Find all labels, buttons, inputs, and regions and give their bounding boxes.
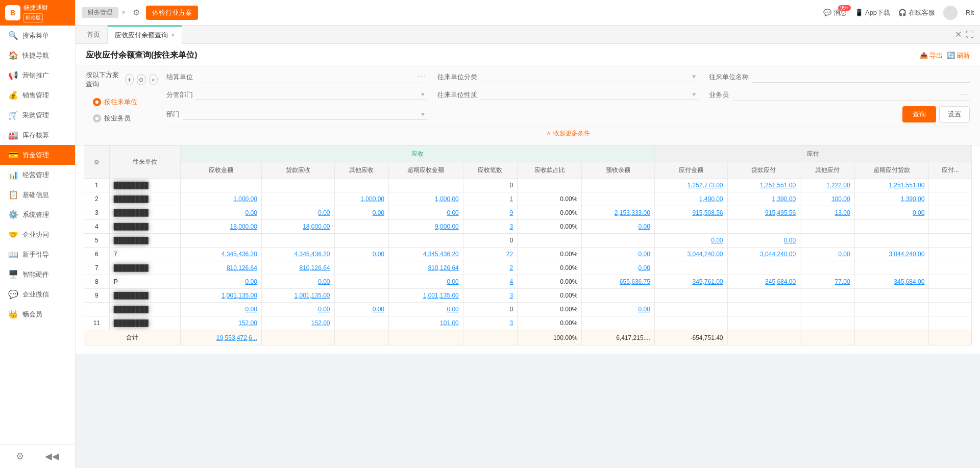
promo-button[interactable]: 体验行业方案 <box>146 6 198 20</box>
row-ar-ratio[interactable]: 0.00% <box>518 316 582 330</box>
tab-close-icon[interactable]: × <box>171 32 175 39</box>
row-overdue-ap[interactable]: 1,390.00 <box>854 192 929 206</box>
salesman-input[interactable]: ··· <box>732 88 970 101</box>
row-overdue-ar[interactable]: 1,000.00 <box>389 192 463 206</box>
row-ar-ratio[interactable]: 0.00% <box>518 192 582 206</box>
row-other-ar[interactable]: 1,000.00 <box>334 192 388 206</box>
sidebar-item-hardware[interactable]: 🖥️ 智能硬件 <box>0 264 75 284</box>
gear-button[interactable]: ⚙ <box>131 6 142 19</box>
row-prepay-balance[interactable]: 0.00 <box>582 261 655 275</box>
row-overdue-ap[interactable]: 0.00 <box>854 206 929 220</box>
filter-more-button[interactable]: « <box>149 74 158 85</box>
row-ar-count[interactable]: 3 <box>463 220 517 234</box>
tab-expand-icon[interactable]: ⛶ <box>966 30 974 39</box>
settlement-unit-input[interactable]: ··· <box>196 70 427 83</box>
settings-button[interactable]: 设置 <box>939 106 970 122</box>
partner-nature-select[interactable]: ▼ <box>480 89 698 100</box>
sidebar-item-quicknav[interactable]: 🏠 快捷导航 <box>0 45 75 65</box>
query-button[interactable]: 查询 <box>902 106 936 122</box>
row-ap-amount[interactable]: 1,252,773.00 <box>654 179 727 192</box>
service-button[interactable]: 🎧 在线客服 <box>898 8 935 17</box>
row-ar-count[interactable]: 0 <box>463 234 517 248</box>
row-overdue-ar[interactable]: 0.00 <box>389 275 463 289</box>
row-ar-count[interactable]: 0 <box>463 179 517 192</box>
sidebar-item-inventory[interactable]: 🏭 库存核算 <box>0 125 75 145</box>
row-ar-amount[interactable]: 4,345,436.20 <box>180 248 261 261</box>
row-overdue-ar[interactable]: 1,001,135.00 <box>389 289 463 303</box>
row-loan-ar[interactable]: 1,001,135.00 <box>261 289 334 303</box>
sidebar-item-marketing[interactable]: 📢 营销推广 <box>0 65 75 85</box>
row-ar-ratio[interactable]: 0.00% <box>518 275 582 289</box>
tab-query[interactable]: 应收应付余额查询 × <box>108 26 182 44</box>
row-loan-ap[interactable]: 1,390.00 <box>727 192 800 206</box>
row-ar-count[interactable]: 0 <box>463 303 517 316</box>
row-ar-amount[interactable]: 0.00 <box>180 303 261 316</box>
row-overdue-ar[interactable]: 0.00 <box>389 303 463 316</box>
row-ap-amount[interactable]: 0.00 <box>654 234 727 248</box>
row-ar-count[interactable]: 3 <box>463 316 517 330</box>
sidebar-item-operation[interactable]: 📊 经营管理 <box>0 165 75 185</box>
row-ar-amount[interactable]: 1,001,135.00 <box>180 289 261 303</box>
filter-settings-button[interactable]: ⊙ <box>137 74 146 85</box>
row-overdue-ap[interactable]: 345,684.00 <box>854 275 929 289</box>
refresh-button[interactable]: 🔄 刷新 <box>947 51 970 60</box>
row-prepay-balance[interactable]: 2,153,333.00 <box>582 206 655 220</box>
row-ar-amount[interactable]: 0.00 <box>180 275 261 289</box>
row-ar-count[interactable]: 2 <box>463 261 517 275</box>
row-ar-ratio[interactable]: 0.00% <box>518 206 582 220</box>
row-other-ap[interactable]: 0.00 <box>800 248 854 261</box>
sidebar-item-sales[interactable]: 💰 销售管理 <box>0 85 75 105</box>
sidebar-item-member[interactable]: 👑 畅会员 <box>0 304 75 324</box>
filter-add-button[interactable]: + <box>125 74 134 85</box>
row-other-ap[interactable]: 1,222.00 <box>800 179 854 192</box>
sidebar-item-wechat[interactable]: 💬 企业微信 <box>0 284 75 304</box>
table-settings-icon[interactable]: ⚙ <box>94 159 100 166</box>
row-overdue-ar[interactable]: 810,126.64 <box>389 261 463 275</box>
row-ar-amount[interactable]: 18,000.00 <box>180 220 261 234</box>
tab-close-all-icon[interactable]: ✕ <box>955 30 962 39</box>
row-ar-count[interactable]: 4 <box>463 275 517 289</box>
filter-collapse-button[interactable]: ∧ 收起更多条件 <box>166 127 970 140</box>
row-ar-count[interactable]: 9 <box>463 206 517 220</box>
row-overdue-ar[interactable]: 101.00 <box>389 316 463 330</box>
row-ap-amount[interactable]: 1,490.00 <box>654 192 727 206</box>
row-loan-ar[interactable]: 18,000.00 <box>261 220 334 234</box>
row-ar-amount[interactable]: 1,000.00 <box>180 192 261 206</box>
sidebar-item-purchase[interactable]: 🛒 采购管理 <box>0 105 75 125</box>
settings-icon[interactable]: ⚙ <box>16 451 24 462</box>
row-prepay-balance[interactable]: 0.00 <box>582 303 655 316</box>
collapse-icon[interactable]: ◀◀ <box>45 451 59 462</box>
row-ar-ratio[interactable]: 0.00% <box>518 289 582 303</box>
row-loan-ar[interactable]: 0.00 <box>261 275 334 289</box>
panel-item-by-partner[interactable]: 按往来单位 <box>86 94 158 110</box>
row-ar-ratio[interactable]: 0.00% <box>518 303 582 316</box>
sidebar-item-search[interactable]: 🔍 搜索菜单 <box>0 26 75 45</box>
row-loan-ap[interactable]: 3,044,240.00 <box>727 248 800 261</box>
row-other-ap[interactable]: 100.00 <box>800 192 854 206</box>
sidebar-item-finance[interactable]: 💳 资金管理 <box>0 145 75 165</box>
row-other-ar[interactable]: 0.00 <box>334 206 388 220</box>
row-loan-ar[interactable]: 152.00 <box>261 316 334 330</box>
row-prepay-balance[interactable]: 0.00 <box>582 220 655 234</box>
app-download-button[interactable]: 📱 App下载 <box>855 8 890 17</box>
row-ar-ratio[interactable]: 0.00% <box>518 220 582 234</box>
row-loan-ap[interactable]: 1,251,551.00 <box>727 179 800 192</box>
total-ar-amount[interactable]: 19,553,472,6... <box>180 330 261 346</box>
row-other-ap[interactable]: 13.00 <box>800 206 854 220</box>
tab-home[interactable]: 首页 <box>80 26 108 44</box>
row-loan-ap[interactable]: 0.00 <box>727 234 800 248</box>
row-overdue-ar[interactable]: 0.00 <box>389 206 463 220</box>
row-loan-ap[interactable]: 915,495.56 <box>727 206 800 220</box>
row-ar-count[interactable]: 1 <box>463 192 517 206</box>
row-other-ar[interactable]: 0.00 <box>334 248 388 261</box>
dept-manager-select[interactable]: ▼ <box>196 89 427 100</box>
row-overdue-ar[interactable]: 9,000.00 <box>389 220 463 234</box>
row-other-ap[interactable]: 77.00 <box>800 275 854 289</box>
row-overdue-ar[interactable]: 4,345,436.20 <box>389 248 463 261</box>
row-prepay-balance[interactable]: 655,636.75 <box>582 275 655 289</box>
row-other-ar[interactable]: 0.00 <box>334 303 388 316</box>
row-loan-ar[interactable]: 810,126.64 <box>261 261 334 275</box>
row-loan-ap[interactable]: 345,684.00 <box>727 275 800 289</box>
row-prepay-balance[interactable]: 0.00 <box>582 248 655 261</box>
notice-button[interactable]: 💬 消息 99+ <box>823 8 847 17</box>
